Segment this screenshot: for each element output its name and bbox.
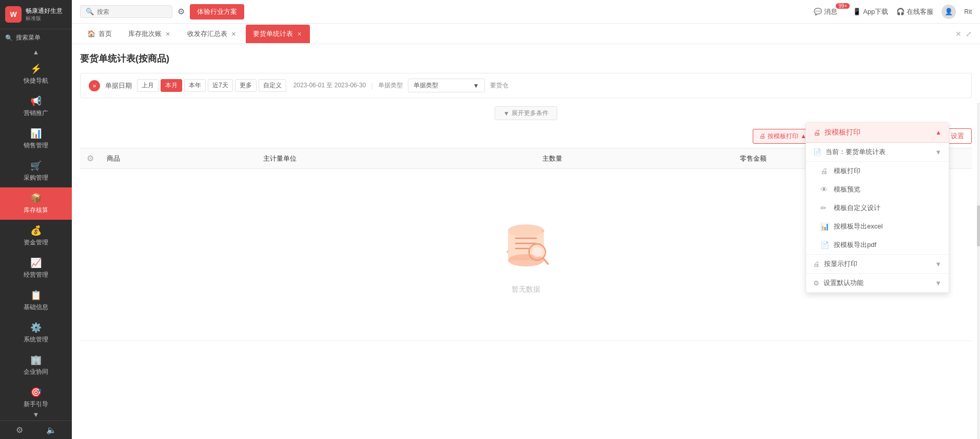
sidebar-scroll-down[interactable]: ▼ [0,409,72,421]
template-print-label: 模板打印 [834,166,860,176]
maximize-window-icon[interactable]: ⤢ [966,30,972,38]
svg-point-7 [532,247,542,257]
search-input[interactable] [97,8,159,15]
sidebar-item-inventory[interactable]: 📦 库存核算 [0,187,72,220]
sidebar-item-sales[interactable]: 📊 销售管理 [0,123,72,155]
app-logo[interactable]: W 畅康通好生意 标准版 [0,0,72,29]
tab-receipt-summary[interactable]: 收发存汇总表 × [180,25,244,43]
sidebar-item-basic-info[interactable]: 📋 基础信息 [0,284,72,317]
quick-nav-icon: ⚡ [30,63,42,74]
sidebar-search-label: 搜索菜单 [16,33,41,42]
trial-button[interactable]: 体验行业方案 [190,4,244,20]
template-preview-icon: 👁 [820,185,830,194]
order-type-select[interactable]: 单据类型 ▼ [408,79,485,92]
template-export-excel-label: 按模板导出excel [834,222,883,231]
sidebar-item-guide[interactable]: 🎯 新手引导 [0,381,72,409]
sidebar-item-quick-nav[interactable]: ⚡ 快捷导航 [0,58,72,90]
messages-badge: 99+ [836,3,850,9]
print-dropdown-menu: 🖨 按模板打印 ▲ 📄 当前：要货单统计表 ▼ 🖨 [806,122,949,293]
finance-icon: 💰 [30,225,42,236]
sidebar-audio-icon[interactable]: 🔈 [46,425,56,435]
home-icon: 🏠 [87,30,95,37]
filter-toggle-button[interactable]: » [89,80,100,91]
date-btn-7days[interactable]: 近7天 [208,79,233,92]
tab-home[interactable]: 🏠 首页 [80,25,119,43]
date-btn-more[interactable]: 更多 [235,79,257,92]
sidebar-scroll-up[interactable]: ▲ [0,46,72,58]
app-download-label: App下载 [863,7,888,16]
dropdown-default-func-section: ⚙ 设置默认功能 ▼ [806,274,949,293]
online-service-button[interactable]: 🎧 在线客服 [896,7,933,16]
page-title: 要货单统计表(按商品) [80,52,972,65]
topbar-gear-icon[interactable]: ⚙ [178,7,185,16]
dropdown-default-func[interactable]: ⚙ 设置默认功能 ▼ [806,274,949,292]
svg-text:✦: ✦ [540,227,545,235]
topbar-search-icon: 🔍 [86,8,94,15]
dropdown-print-icon: 🖨 [813,128,820,137]
sidebar-item-marketing[interactable]: 📢 营销推广 [0,90,72,123]
template-export-pdf-icon: 📄 [820,241,830,249]
tab-order-summary[interactable]: 要货单统计表 × [246,25,309,43]
tab-home-label: 首页 [99,29,112,39]
print-template-button[interactable]: 🖨 按模板打印 ▲ [753,129,813,144]
date-btn-custom[interactable]: 自定义 [259,79,286,92]
marketing-label: 营销推广 [24,109,48,118]
dropdown-display-print-section: 🖨 按显示打印 ▼ [806,255,949,274]
sidebar-item-system[interactable]: ⚙️ 系统管理 [0,317,72,349]
tab-order-summary-close[interactable]: × [296,30,302,37]
display-print-label: 按显示打印 [824,259,857,269]
scrollbar-thumb [977,205,980,246]
expand-more-button[interactable]: ▼ 展开更多条件 [495,106,557,120]
content-area: 要货单统计表(按商品) » 单据日期 上月 本月 本年 近7天 更多 自定义 2… [72,44,980,439]
tab-order-summary-label: 要货单统计表 [253,29,293,39]
sidebar-item-finance[interactable]: 💰 资金管理 [0,220,72,252]
purchase-icon: 🛒 [30,160,42,171]
topbar-search-box[interactable]: 🔍 [80,5,172,18]
dropdown-template-items: 🖨 模板打印 👁 模板预览 ✏ 模板自定义设计 📊 按模板导出excel 📄 [806,162,949,255]
dropdown-item-template-export-excel[interactable]: 📊 按模板导出excel [806,217,949,236]
sidebar-nav: ⚡ 快捷导航 📢 营销推广 📊 销售管理 🛒 采购管理 📦 库存核算 💰 资金管… [0,58,72,409]
date-buttons: 上月 本月 本年 近7天 更多 自定义 [137,79,286,92]
template-export-excel-icon: 📊 [820,222,830,231]
filter-bar: » 单据日期 上月 本月 本年 近7天 更多 自定义 2023-06-01 至 … [80,73,972,98]
right-scrollbar[interactable] [977,103,980,439]
dropdown-item-template-preview[interactable]: 👁 模板预览 [806,180,949,199]
date-btn-this-month[interactable]: 本月 [161,79,182,92]
sidebar-search[interactable]: 🔍 搜索菜单 [0,29,72,46]
order-type-label: 单据类型 [378,81,403,90]
close-window-icon[interactable]: ✕ [955,30,962,38]
app-name: 畅康通好生意 [26,7,63,15]
app-download-button[interactable]: 📱 App下载 [853,7,888,16]
print-label: 按模板打印 [768,132,798,141]
dropdown-display-print[interactable]: 🖨 按显示打印 ▼ [806,255,949,273]
dropdown-item-template-export-pdf[interactable]: 📄 按模板导出pdf [806,236,949,254]
tab-receipt-summary-close[interactable]: × [230,30,237,37]
display-print-chevron: ▼ [935,260,942,268]
tab-inventory-batch-close[interactable]: × [165,30,171,37]
messages-button[interactable]: 💬 消息 99+ [814,7,845,16]
operations-icon: 📈 [30,257,42,269]
system-icon: ⚙️ [30,322,42,333]
dropdown-item-template-print[interactable]: 🖨 模板打印 [806,162,949,180]
date-btn-last-month[interactable]: 上月 [137,79,159,92]
guide-label: 新手引导 [24,400,48,409]
sidebar-item-operations[interactable]: 📈 经营管理 [0,252,72,284]
sidebar-item-purchase[interactable]: 🛒 采购管理 [0,155,72,187]
order-type-chevron-icon: ▼ [473,82,479,89]
sales-icon: 📊 [30,128,42,139]
sidebar-settings-icon[interactable]: ⚙ [16,425,23,435]
current-template-icon: 📄 [813,148,821,156]
dropdown-item-template-custom[interactable]: ✏ 模板自定义设计 [806,199,949,217]
basic-info-icon: 📋 [30,290,42,301]
order-type-select-label: 单据类型 [414,81,470,90]
sidebar-item-enterprise[interactable]: 🏢 企业协同 [0,349,72,381]
dropdown-chevron-icon: ▲ [935,129,942,136]
table-settings-icon[interactable]: ⚙ [87,154,94,163]
avatar[interactable]: 👤 [942,5,956,19]
date-btn-this-year[interactable]: 本年 [184,79,206,92]
dropdown-current-template[interactable]: 📄 当前：要货单统计表 ▼ [806,143,949,161]
tab-inventory-batch[interactable]: 库存批次账 × [121,25,178,43]
username-label[interactable]: Rit [964,8,972,15]
dropdown-header[interactable]: 🖨 按模板打印 ▲ [806,123,949,143]
topbar-actions: 💬 消息 99+ 📱 App下载 🎧 在线客服 👤 Rit [814,5,972,19]
